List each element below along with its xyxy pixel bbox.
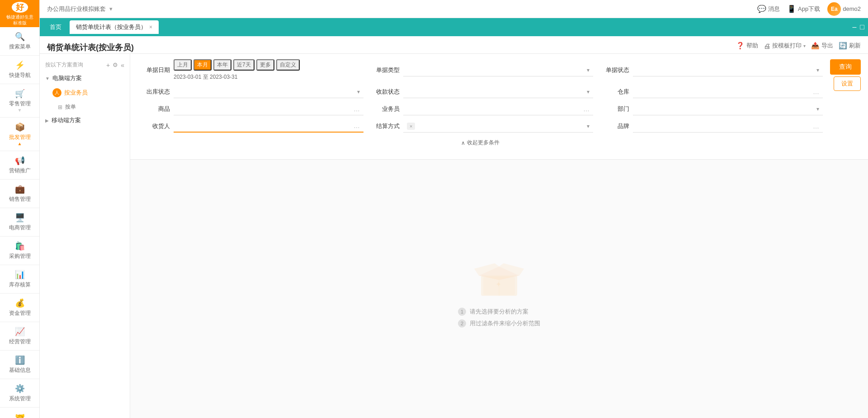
brand-cell: 品牌 … [597, 120, 823, 133]
settings-scheme-btn[interactable]: ⚙ [113, 62, 118, 68]
purchase-icon: 🛍️ [15, 241, 25, 251]
scheme-sub-item-by-bill[interactable]: ⊞ 按单 [40, 100, 130, 114]
collapse-panel-btn[interactable]: « [121, 62, 124, 69]
filter-row-1: 单据日期 上月 本月 本年 近7天 更多 自定义 [137, 59, 823, 81]
tab-home[interactable]: 首页 [43, 20, 68, 34]
bill-status-control[interactable]: ▾ [633, 64, 823, 76]
tab-sales-stats[interactable]: 销货单统计表（按业务员） × [70, 20, 159, 34]
sidebar-item-wholesale[interactable]: 📦 批发管理 ▲ [0, 118, 39, 151]
bill-status-cell: 单据状态 ▾ [597, 59, 823, 81]
settings-btn[interactable]: 设置 [834, 76, 861, 91]
filter-row-4: 收货人 … 结算方式 × [137, 120, 823, 133]
page-content: 销货单统计表(按业务员) ❓ 帮助 🖨 按模板打印 ▾ 📤 导出 🔄 刷新 [40, 36, 868, 418]
delivery-status-label: 出库状态 [137, 88, 174, 96]
minimize-btn[interactable]: – [852, 23, 856, 31]
close-icon[interactable]: × [149, 24, 152, 30]
payment-status-control[interactable]: ▾ [403, 86, 593, 98]
receiver-cell: 收货人 … [137, 120, 363, 133]
print-btn[interactable]: 🖨 按模板打印 ▾ [764, 42, 806, 50]
product-more-icon: … [354, 105, 360, 113]
sidebar-item-search[interactable]: 🔍 搜索菜单 [0, 27, 39, 56]
dropdown-icon[interactable]: ▾ [109, 5, 113, 12]
date-btn-custom[interactable]: 自定义 [276, 59, 300, 71]
export-btn[interactable]: 📤 导出 [811, 42, 833, 50]
sidebar-item-ecommerce[interactable]: 🖥️ 电商管理 [0, 208, 39, 237]
app-download-btn[interactable]: 📱 App下载 [787, 5, 820, 13]
right-content: 单据日期 上月 本月 本年 近7天 更多 自定义 [130, 54, 868, 418]
sidebar-item-sales[interactable]: 💼 销售管理 [0, 180, 39, 208]
panel-header: 按以下方案查询 + ⚙ « [40, 58, 130, 71]
salesperson-control[interactable]: … [403, 103, 593, 115]
help-label: 帮助 [746, 42, 758, 50]
bill-status-dropdown-icon: ▾ [816, 67, 819, 73]
receiver-control[interactable]: … [174, 120, 363, 133]
payment-method-dropdown-icon: ▾ [587, 123, 590, 129]
sidebar-item-inventory[interactable]: 📊 库存核算 [0, 265, 39, 294]
add-scheme-btn[interactable]: + [106, 62, 110, 69]
sidebar-item-operations[interactable]: 📈 经营管理 [0, 322, 39, 351]
refresh-label: 刷新 [849, 42, 861, 50]
payment-method-control[interactable]: × ▾ [403, 120, 593, 133]
wholesale-icon: 📦 [15, 122, 25, 132]
date-btn-7days[interactable]: 近7天 [233, 59, 255, 71]
download-icon: 📱 [787, 5, 796, 13]
sidebar-item-finance[interactable]: 💰 资金管理 [0, 294, 39, 322]
date-btn-this-month[interactable]: 本月 [193, 59, 212, 71]
scheme-item-salesperson[interactable]: 人 按业务员 [40, 85, 130, 100]
sidebar-item-purchase[interactable]: 🛍️ 采购管理 [0, 237, 39, 265]
collapse-filters-btn[interactable]: ∧ 收起更多条件 [137, 136, 823, 149]
query-btn[interactable]: 查询 [830, 59, 861, 75]
sidebar-item-retail[interactable]: 🛒 零售管理 ▼ [0, 84, 39, 118]
logo-text: 畅捷通好生意 标准版 [6, 14, 33, 26]
delivery-status-control[interactable]: ▾ [174, 86, 363, 98]
collapse-label: 收起更多条件 [467, 139, 500, 147]
salesperson-more-icon: … [583, 105, 590, 113]
avatar: Ea [827, 2, 841, 16]
help-btn[interactable]: ❓ 帮助 [736, 42, 758, 50]
sidebar-item-corp-collab[interactable]: 🤝 企业协同 [0, 408, 39, 418]
maximize-btn[interactable]: □ [860, 23, 864, 31]
payment-status-dropdown-icon: ▾ [587, 89, 590, 95]
brand-control[interactable]: … [633, 120, 823, 133]
warehouse-more-icon: … [813, 88, 819, 95]
bill-type-control[interactable]: ▾ [403, 64, 593, 76]
sidebar-item-quick-nav[interactable]: ⚡ 快捷导航 [0, 56, 39, 84]
warehouse-control[interactable]: … [633, 86, 823, 98]
date-btn-more[interactable]: 更多 [256, 59, 274, 71]
warehouse-cell: 仓库 … [597, 86, 823, 98]
sidebar-item-label: 批发管理 [9, 133, 31, 141]
collapse-arrow-icon: ∧ [461, 140, 465, 146]
sidebar-item-basic-info[interactable]: ℹ️ 基础信息 [0, 351, 39, 379]
date-btn-last-month[interactable]: 上月 [174, 59, 192, 71]
salesperson-scheme-icon: 人 [52, 88, 61, 97]
chevron-down-icon: ▼ [18, 108, 22, 113]
empty-tips: 1 请先选择要分析的方案 2 用过滤条件来缩小分析范围 [458, 308, 540, 328]
message-label: 消息 [768, 5, 780, 13]
date-range-display: 2023-03-01 至 2023-03-31 [174, 74, 237, 80]
header-title-area: 办公用品行业模拟账套 ▾ [47, 5, 113, 13]
message-btn[interactable]: 💬 消息 [757, 5, 780, 13]
mobile-section-header[interactable]: ▶ 移动端方案 [40, 114, 130, 127]
top-header: 办公用品行业模拟账套 ▾ 💬 消息 📱 App下载 Ea demo2 [40, 0, 868, 18]
tip-num-1: 1 [458, 308, 466, 316]
department-control[interactable]: ▾ [633, 103, 823, 115]
mobile-section: ▶ 移动端方案 [40, 114, 130, 127]
product-label: 商品 [137, 105, 174, 113]
tag-close-icon[interactable]: × [410, 124, 412, 129]
delivery-dropdown-icon: ▾ [357, 89, 360, 95]
date-btn-this-year[interactable]: 本年 [213, 59, 231, 71]
user-area[interactable]: Ea demo2 [827, 2, 861, 16]
sidebar-item-marketing[interactable]: 📢 营销推广 [0, 151, 39, 180]
sub-icon: ⊞ [58, 104, 62, 110]
product-control[interactable]: … [174, 103, 363, 115]
date-label: 单据日期 [137, 66, 174, 74]
tip-num-2: 2 [458, 319, 466, 328]
retail-icon: 🛒 [15, 89, 25, 99]
sidebar: 好 畅捷通好生意 标准版 🔍 搜索菜单 ⚡ 快捷导航 🛒 零售管理 ▼ 📦 批发… [0, 0, 40, 418]
operations-icon: 📈 [15, 327, 25, 337]
lightning-icon: ⚡ [15, 60, 25, 70]
date-filter-cell: 单据日期 上月 本月 本年 近7天 更多 自定义 [137, 59, 363, 81]
sidebar-item-system[interactable]: ⚙️ 系统管理 [0, 379, 39, 408]
pc-section-header[interactable]: ▼ 电脑端方案 [40, 71, 130, 85]
refresh-btn[interactable]: 🔄 刷新 [839, 42, 861, 50]
